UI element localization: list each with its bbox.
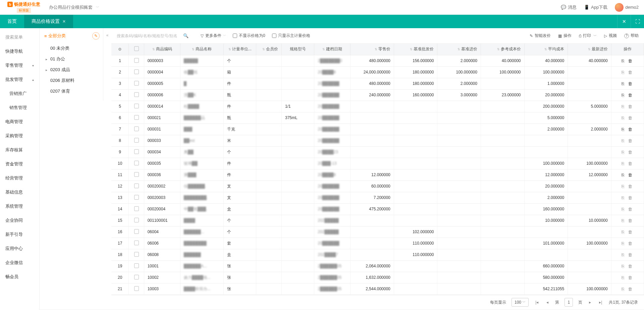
row-checkbox[interactable] <box>129 158 144 169</box>
table-row[interactable]: 1200020002佳██████.支20██████60.00000020.0… <box>111 180 644 192</box>
row-checkbox[interactable] <box>129 203 144 215</box>
row-action-icons[interactable]: ⎘ 🗑 <box>622 229 634 235</box>
table-row[interactable]: 1910001██████A...张2██████052,064.0000006… <box>111 260 644 272</box>
print-button[interactable]: ⎙打印﹀ <box>579 33 597 39</box>
row-checkbox[interactable] <box>129 66 144 78</box>
row-action-icons[interactable]: ⎘ 🗑 <box>622 138 634 143</box>
tab-home[interactable]: 首页 <box>0 15 24 28</box>
perpage-select[interactable]: 100 ﹀ <box>512 298 529 307</box>
help-button[interactable]: ?帮助 <box>624 33 639 39</box>
video-button[interactable]: ▷视频 <box>604 33 617 39</box>
cell-ops[interactable]: ⎘ 🗑 <box>611 226 644 238</box>
row-action-icons[interactable]: ⎘ 🗑 <box>622 275 634 280</box>
row-action-icons[interactable]: ⎘ 🗑 <box>622 184 634 189</box>
cell-ops[interactable]: ⎘ 🗑 <box>611 169 644 180</box>
row-action-icons[interactable]: ⎘ 🗑 <box>622 115 634 120</box>
row-action-icons[interactable]: ⎘ 🗑 <box>622 241 634 246</box>
category-item[interactable]: 00 未分类 <box>44 43 100 54</box>
row-checkbox[interactable] <box>129 272 144 283</box>
category-item[interactable]: 01 办公 <box>44 54 100 64</box>
cell-ops[interactable]: ⎘ 🗑 <box>611 78 644 89</box>
fullscreen-button[interactable]: ⛶ <box>631 15 644 28</box>
more-filters-button[interactable]: ▽更多条件﹀ <box>201 33 226 39</box>
nav-sales[interactable]: 销售管理 <box>0 101 39 115</box>
search-input[interactable] <box>117 34 180 38</box>
close-icon[interactable]: ✕ <box>62 19 66 24</box>
row-checkbox[interactable] <box>129 192 144 203</box>
last-page-button[interactable]: ▸| <box>598 300 603 305</box>
category-item[interactable]: 0203 成品 <box>44 64 100 75</box>
row-checkbox[interactable] <box>129 260 144 272</box>
table-row[interactable]: 40000006洗██K瓶20██████240.000000160.00000… <box>111 89 644 101</box>
table-row[interactable]: 11000036测███件20████812.00000012.00000012… <box>111 169 644 180</box>
cell-ops[interactable]: ⎘ 🗑 <box>611 260 644 272</box>
table-row[interactable]: 1606004██████...个202█████102.000000⎘ 🗑 <box>111 226 644 238</box>
table-row[interactable]: 6000021██████品瓶375mL20██████5.000000⎘ 🗑 <box>111 112 644 123</box>
table-row[interactable]: 2010002扬力████络...张2██████051,632.0000005… <box>111 272 644 283</box>
hide-zero-checkbox[interactable]: 不显示价格为0 <box>233 33 265 39</box>
row-checkbox[interactable] <box>129 135 144 146</box>
nav-wholesale[interactable]: 批发管理▴ <box>0 72 39 87</box>
app-download-button[interactable]: 📱App下载 <box>584 4 607 10</box>
cell-ops[interactable]: ⎘ 🗑 <box>611 215 644 226</box>
cell-ops[interactable]: ⎘ 🗑 <box>611 101 644 112</box>
col-settings[interactable]: ⚙ <box>111 44 129 55</box>
col-pbase[interactable]: ⇅基准进价 <box>437 44 481 55</box>
col-refcost[interactable]: ⇅参考成本价 <box>481 44 524 55</box>
collapse-category-button[interactable]: « <box>103 28 111 38</box>
row-checkbox[interactable] <box>129 89 144 101</box>
table-row[interactable]: 15001100001████个202█████10.00000010.0000… <box>111 215 644 226</box>
cell-ops[interactable]: ⎘ 🗑 <box>611 123 644 135</box>
row-action-icons[interactable]: ⎘ 🗑 <box>622 218 634 223</box>
table-row[interactable]: 10000035玻璃██件20███-13100.000000100.00000… <box>111 158 644 169</box>
row-checkbox[interactable] <box>129 112 144 123</box>
row-action-icons[interactable]: ⎘ 🗑 <box>622 127 634 132</box>
row-action-icons[interactable]: ⎘ 🗑 <box>622 195 634 200</box>
nav-wecom[interactable]: 企业微信 <box>0 256 39 270</box>
category-item[interactable]: 0207 体育 <box>44 86 100 97</box>
table-row[interactable]: 9000034奥██个20████23⎘ 🗑 <box>111 146 644 158</box>
row-checkbox[interactable] <box>129 146 144 158</box>
row-action-icons[interactable]: ⎘ 🗑 <box>622 58 634 63</box>
row-checkbox[interactable] <box>129 249 144 260</box>
cell-ops[interactable]: ⎘ 🗑 <box>611 283 644 295</box>
table-row[interactable]: 1400020004中██笔███.盒20██████475.200000160… <box>111 203 644 215</box>
nav-coop[interactable]: 企业协同 <box>0 213 39 227</box>
category-all-label[interactable]: 全部分类 <box>48 33 66 39</box>
col-wsbase[interactable]: ⇅基准批发价 <box>394 44 437 55</box>
cell-ops[interactable]: ⎘ 🗑 <box>611 89 644 101</box>
row-checkbox[interactable] <box>129 169 144 180</box>
row-action-icons[interactable]: ⎘ 🗑 <box>622 287 634 292</box>
table-row[interactable]: 1300020003████████.支20██████7.2000002.00… <box>111 192 644 203</box>
col-date[interactable]: ⇅建档日期 <box>314 44 351 55</box>
row-action-icons[interactable]: ⎘ 🗑 <box>622 70 634 75</box>
workspace-selector[interactable]: 办公用品行业模拟账套 ﹀ <box>49 4 99 10</box>
col-avgcost[interactable]: ⇅平均成本 <box>524 44 568 55</box>
edit-category-button[interactable]: ✎ <box>92 32 100 40</box>
row-action-icons[interactable]: ⎘ 🗑 <box>622 81 634 86</box>
messages-button[interactable]: 💬消息 <box>561 4 577 10</box>
operations-button[interactable]: ▦操作 <box>558 33 572 39</box>
nav-marketing[interactable]: 营销推广 <box>0 87 39 101</box>
row-action-icons[interactable]: ⎘ 🗑 <box>622 207 634 212</box>
row-action-icons[interactable]: ⎘ 🗑 <box>622 93 634 98</box>
row-checkbox[interactable] <box>129 180 144 192</box>
cell-ops[interactable]: ⎘ 🗑 <box>611 112 644 123</box>
prev-page-button[interactable]: ◂ <box>545 300 550 305</box>
nav-novice[interactable]: 新手引导 <box>0 227 39 242</box>
row-checkbox[interactable] <box>129 123 144 135</box>
col-retail[interactable]: ⇅零售价 <box>351 44 394 55</box>
cell-ops[interactable]: ⎘ 🗑 <box>611 135 644 146</box>
user-menu[interactable]: demo2 <box>615 3 639 12</box>
table-row[interactable]: 8000033██est米20██████⎘ 🗑 <box>111 135 644 146</box>
cell-ops[interactable]: ⎘ 🗑 <box>611 55 644 66</box>
col-member[interactable]: ⇅会员价 <box>256 44 282 55</box>
nav-bi[interactable]: 经营管理 <box>0 171 39 185</box>
row-checkbox[interactable] <box>129 101 144 112</box>
next-page-button[interactable]: ▸ <box>588 300 592 305</box>
table-row[interactable]: 7000031███千克20██████2.0000002.000000⎘ 🗑 <box>111 123 644 135</box>
nav-search[interactable]: 搜索菜单 <box>0 30 39 44</box>
category-item[interactable]: 0206 原材料 <box>44 75 100 86</box>
nav-funds[interactable]: 资金管理 <box>0 157 39 171</box>
table-row[interactable]: 30000005█件20██████480.000000180.0000002.… <box>111 78 644 89</box>
